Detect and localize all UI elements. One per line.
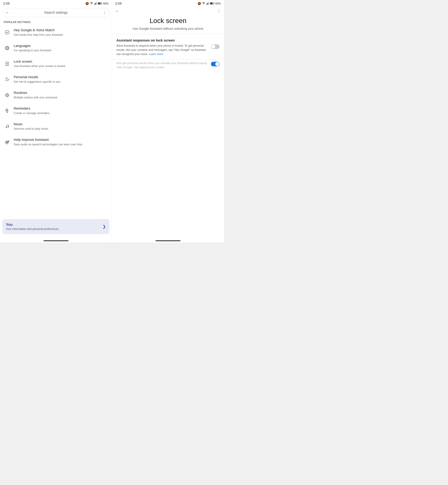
music-icon [4, 123, 11, 130]
settings-item-languages[interactable]: Languages For speaking to your Assistant [0, 40, 112, 56]
section-header: POPULAR SETTINGS [0, 19, 112, 24]
svg-rect-34 [208, 2, 209, 5]
languages-title: Languages [14, 44, 108, 48]
back-arrow-icon-right[interactable]: ← [115, 9, 119, 14]
right-header: ← ⋮ [112, 7, 224, 15]
battery-icon-right [210, 2, 214, 5]
hey-google-text: Hey Google & Voice Match Get hands-free … [14, 28, 108, 37]
personal-results-text: Personal results Get info & suggestions … [14, 75, 108, 84]
settings-item-help-improve[interactable]: Help Improve Assistant Save audio so spe… [0, 134, 112, 150]
svg-rect-0 [94, 4, 95, 5]
toggle-assistant-responses[interactable] [211, 44, 220, 49]
more-options-icon[interactable]: ⋮ [103, 10, 106, 15]
help-improve-text: Help Improve Assistant Save audio so spe… [14, 138, 108, 146]
wifi-icon [90, 2, 93, 5]
personal-results-subtitle: Get info & suggestions specific to you [14, 80, 108, 84]
svg-rect-3 [96, 2, 97, 5]
chevron-right-icon: ❯ [103, 224, 106, 229]
battery-percent-right: 68% [215, 2, 221, 5]
lock-screen-page-title: Lock screen [112, 15, 224, 26]
help-improve-subtitle: Save audio so speech technologies can le… [14, 142, 108, 146]
svg-rect-5 [102, 3, 102, 4]
lock-option-desc-2: Also get personal results when you activ… [116, 61, 208, 70]
you-card-subtitle: Your information and personal preference… [6, 227, 59, 231]
signal-icon-right [206, 2, 209, 5]
hey-google-subtitle: Get hands-free help from your Assistant [14, 33, 108, 37]
status-icons-right: 🔕 68% [198, 2, 221, 5]
reminders-text: Reminders Create or manage reminders [14, 106, 108, 115]
mic-check-icon [4, 29, 11, 36]
notification-off-icon: 🔕 [85, 2, 89, 5]
svg-point-25 [8, 126, 9, 127]
svg-rect-1 [95, 3, 95, 5]
you-card[interactable]: You Your information and personal prefer… [2, 219, 109, 234]
svg-rect-37 [210, 3, 213, 4]
music-text: Music Services used to play music [14, 122, 108, 131]
left-panel: 2:05 🔕 68% ← Search settings ⋮ POPULAR S… [0, 0, 112, 242]
music-title: Music [14, 122, 108, 126]
settings-item-music[interactable]: Music Services used to play music [0, 119, 112, 134]
globe-icon [4, 45, 11, 51]
status-icons-left: 🔕 68% [85, 2, 109, 5]
svg-rect-6 [98, 3, 100, 4]
status-bar-right: 2:05 🔕 68% [112, 0, 224, 7]
battery-percent-left: 68% [103, 2, 109, 5]
languages-subtitle: For speaking to your Assistant [14, 48, 108, 52]
settings-item-lock-screen[interactable]: Lock screen Use Assistant when your scre… [0, 56, 112, 72]
lock-option-row-2: Also get personal results when you activ… [116, 61, 220, 70]
svg-point-24 [6, 127, 7, 128]
svg-point-16 [6, 78, 8, 79]
lock-option-personal-results: Also get personal results when you activ… [112, 60, 224, 74]
search-bar[interactable]: ← Search settings ⋮ [2, 8, 109, 17]
reminders-subtitle: Create or manage reminders [14, 111, 108, 115]
settings-item-reminders[interactable]: Reminders Create or manage reminders [0, 103, 112, 119]
person-check-icon [4, 76, 11, 83]
lock-phone-icon [4, 60, 11, 67]
languages-text: Languages For speaking to your Assistant [14, 44, 108, 53]
routines-subtitle: Multiple actions with one command [14, 96, 108, 100]
back-arrow-icon[interactable]: ← [5, 10, 9, 15]
svg-rect-36 [214, 3, 214, 4]
lock-option-assistant-responses: Assistant responses on lock screen Allow… [112, 34, 224, 59]
svg-point-29 [8, 141, 8, 142]
hey-google-title: Hey Google & Voice Match [14, 28, 108, 32]
more-options-icon-right[interactable]: ⋮ [217, 9, 221, 14]
personal-results-title: Personal results [14, 75, 108, 79]
routines-text: Routines Multiple actions with one comma… [14, 91, 108, 100]
settings-item-personal-results[interactable]: Personal results Get info & suggestions … [0, 71, 112, 87]
svg-point-7 [5, 30, 9, 34]
signal-icon [94, 2, 97, 5]
learn-more-link[interactable]: Learn more [149, 53, 163, 56]
svg-rect-32 [207, 3, 208, 5]
lock-screen-page-subtitle: Use Google Assistant without unlocking y… [112, 26, 224, 34]
settings-item-hey-google[interactable]: Hey Google & Voice Match Get hands-free … [0, 24, 112, 40]
lock-screen-text: Lock screen Use Assistant when your scre… [14, 59, 108, 68]
status-bar-left: 2:05 🔕 68% [0, 0, 112, 7]
reminder-icon [4, 107, 11, 114]
time-left: 2:05 [3, 1, 10, 6]
svg-rect-2 [96, 2, 96, 5]
svg-point-15 [7, 65, 8, 65]
search-input[interactable]: Search settings [11, 11, 101, 15]
you-card-title: You [6, 222, 59, 227]
you-card-text: You Your information and personal prefer… [6, 222, 59, 231]
reminders-title: Reminders [14, 106, 108, 111]
svg-point-27 [6, 142, 8, 143]
wifi-icon-right [202, 2, 205, 5]
lock-screen-title-item: Lock screen [14, 59, 108, 64]
routines-title: Routines [14, 91, 108, 95]
home-bar-left [44, 240, 68, 241]
music-subtitle: Services used to play music [14, 127, 108, 131]
routines-icon [4, 92, 11, 99]
settings-item-routines[interactable]: Routines Multiple actions with one comma… [0, 87, 112, 103]
battery-icon [98, 2, 102, 5]
home-indicator-left [0, 238, 112, 242]
settings-list: Hey Google & Voice Match Get hands-free … [0, 24, 112, 217]
time-right: 2:05 [115, 1, 122, 6]
svg-rect-33 [208, 2, 208, 5]
right-panel: 2:05 🔕 68% ← ⋮ Lock screen Use Google As… [112, 0, 224, 242]
svg-point-18 [7, 94, 8, 96]
assistant-icon [4, 139, 11, 146]
toggle-personal-results[interactable] [211, 62, 220, 66]
lock-option-title-1: Assistant responses on lock screen [116, 38, 220, 42]
